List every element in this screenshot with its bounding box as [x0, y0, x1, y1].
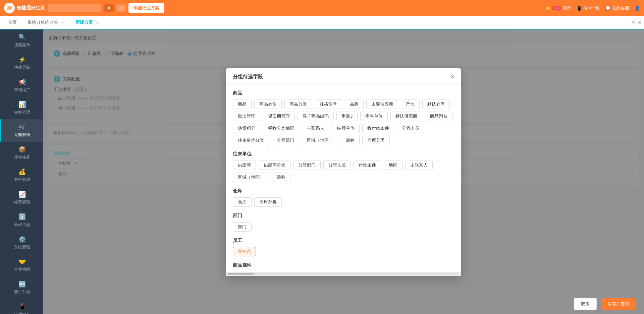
tag-salesperson[interactable]: 业务员 — [233, 247, 256, 256]
purchase-icon: 🛒 — [18, 123, 26, 131]
section-product-attr: 商品属性 属性 颜色 多规格 尺码 鞋码 1 — [233, 262, 454, 272]
tag-goods-alias[interactable]: 商品别名 — [425, 112, 452, 121]
tab-purchase-stats-label: 采购订单统计表 — [28, 19, 58, 25]
tag-supplier[interactable]: 供应商 — [233, 161, 256, 170]
tag-partner-category[interactable]: 往来单位分类 — [233, 136, 269, 145]
tag-dept-mgmt[interactable]: 分管部门 — [272, 136, 299, 145]
quicknav-icon: ⚡ — [18, 56, 26, 63]
tag-main-contact-partner[interactable]: 主联系人 — [405, 161, 433, 170]
sidebar-item-marketing[interactable]: 📢 营销推广 — [0, 74, 43, 97]
tag-batch-mgmt[interactable]: 批次管理 — [233, 112, 260, 121]
dialog-horizontal-scrollbar[interactable] — [226, 272, 461, 276]
sidebar-item-quicknav[interactable]: ⚡ 快捷导航 — [0, 52, 43, 74]
tag-expiry-mgmt[interactable]: 保质期管理 — [263, 112, 295, 121]
tag-tax-code[interactable]: 税收分类编码 — [263, 124, 299, 133]
operations-icon: 📈 — [18, 191, 26, 198]
sidebar-inventory-label: 库存核算 — [14, 154, 30, 160]
gear-button[interactable]: ⚙ — [116, 4, 126, 12]
tag-area-partner[interactable]: 区域（地区） — [233, 173, 269, 182]
tag-default-supplier[interactable]: 默认供应商 — [390, 112, 422, 121]
cancel-button[interactable]: 取消 — [574, 298, 597, 310]
sidebar-item-collab[interactable]: 🤝 企业协同 — [0, 254, 43, 276]
sidebar-item-sales[interactable]: 📊 销售管理 — [0, 97, 43, 119]
tag-default-warehouse[interactable]: 默认仓库 — [422, 100, 450, 109]
save-query-button[interactable]: 保存并查询 — [601, 298, 636, 310]
sidebar-item-search[interactable]: 🔍 搜索菜单 — [0, 29, 43, 52]
tag-retail-unit[interactable]: 零售单位 — [360, 112, 388, 121]
tag-settlement-unit[interactable]: 结算单位 — [332, 124, 360, 133]
sidebar-newbie-label: 新手引导 — [14, 289, 30, 295]
tag-goods-type[interactable]: 商品类型 — [254, 100, 282, 109]
search-button[interactable]: ▼ — [104, 4, 114, 12]
tag-supervisor[interactable]: 分管人员 — [397, 124, 424, 133]
dialog-header: 分组待选字段 × — [226, 68, 461, 85]
sidebar-item-finance[interactable]: 💰 资金管理 — [0, 164, 43, 187]
section-department: 部门 部门 — [233, 213, 454, 232]
tab-new-scheme[interactable]: 新建方案 × — [70, 16, 105, 29]
section-employee-title: 员工 — [233, 238, 454, 244]
tag-supplier-category[interactable]: 供应商分类 — [259, 161, 290, 170]
sidebar-item-basic[interactable]: ℹ️ 基础信息 — [0, 209, 43, 232]
sidebar-item-appcenter[interactable]: 📱 应用中心 — [0, 299, 43, 314]
finance-icon: 💰 — [18, 168, 26, 176]
tag-warehouse-category-goods[interactable]: 仓库分类 — [362, 136, 390, 145]
section-employee-tags: 业务员 — [233, 247, 454, 256]
tag-payment-partner[interactable]: 付款条件 — [354, 161, 381, 170]
trial-button[interactable]: 体验行业方案 — [128, 3, 164, 13]
tag-warehouse[interactable]: 仓库 — [233, 197, 252, 207]
tag-customer-code[interactable]: 客户商品编码 — [298, 112, 334, 121]
dialog-body[interactable]: 商品 商品 商品类型 商品分类 规格型号 品牌 主要供应商 产地 默认仓库 批次… — [226, 85, 461, 272]
app-download-item[interactable]: 📱 App下载 — [577, 5, 600, 11]
newbie-icon: 🆕 — [18, 280, 26, 288]
tab-purchase-stats[interactable]: 采购订单统计表 × — [22, 16, 70, 29]
tag-goods-category[interactable]: 商品分类 — [284, 100, 312, 109]
dialog-title: 分组待选字段 — [233, 74, 263, 80]
tag-short-name-partner[interactable]: 简称 — [272, 173, 290, 182]
tag-dept-partner[interactable]: 分管部门 — [293, 161, 321, 170]
sidebar-purchase-label: 采购管理 — [14, 132, 30, 138]
tab-home[interactable]: 首页 — [3, 16, 22, 29]
tag-supervisor-partner[interactable]: 分管人员 — [323, 161, 351, 170]
notification-item[interactable]: 🔔 99+ 消息 — [545, 5, 571, 11]
tab-purchase-stats-close[interactable]: × — [60, 20, 65, 25]
tab-collapse-icon[interactable]: ✕ — [638, 20, 641, 25]
tag-region-partner[interactable]: 地区 — [384, 161, 402, 170]
section-goods-title: 商品 — [233, 90, 454, 96]
tag-short-name-goods[interactable]: 简称 — [341, 136, 360, 145]
search-icon: 🔍 — [18, 34, 26, 41]
tag-main-contact[interactable]: 主联系人 — [302, 124, 329, 133]
tag-payment-terms[interactable]: 收付款条件 — [362, 124, 394, 133]
scrollbar-thumb — [227, 273, 254, 275]
app-name: 畅捷通好生意 — [17, 5, 45, 11]
sidebar-basic-label: 基础信息 — [14, 222, 30, 228]
top-search-input[interactable] — [48, 4, 101, 12]
tag-goods-brand[interactable]: 品牌 — [345, 100, 364, 109]
sidebar-collab-label: 企业协同 — [14, 267, 30, 272]
dialog-close-button[interactable]: × — [450, 73, 454, 80]
avatar-icon: 👤 — [635, 6, 640, 11]
tag-department[interactable]: 部门 — [233, 222, 252, 232]
sidebar-item-newbie[interactable]: 🆕 新手引导 — [0, 276, 43, 299]
tag-goods-spec[interactable]: 规格型号 — [315, 100, 342, 109]
sidebar-item-operations[interactable]: 📈 经营管理 — [0, 187, 43, 209]
logo-icon: 好 — [4, 3, 15, 13]
tag-pick-points[interactable]: 拣货积分 — [233, 124, 260, 133]
basic-icon: ℹ️ — [18, 213, 26, 221]
sidebar-item-purchase[interactable]: 🛒 采购管理 — [0, 119, 43, 142]
tag-region-goods[interactable]: 区域（地区） — [302, 136, 338, 145]
tag-weight[interactable]: 重量3 — [336, 112, 358, 121]
sidebar-item-inventory[interactable]: 📦 库存核算 — [0, 142, 43, 164]
sidebar-item-system[interactable]: ⚙️ 系统管理 — [0, 232, 43, 254]
section-department-title: 部门 — [233, 213, 454, 219]
tab-new-scheme-close[interactable]: × — [95, 20, 100, 25]
tag-goods-main-supplier[interactable]: 主要供应商 — [366, 100, 398, 109]
online-service-item[interactable]: 💬 在线客服 — [605, 5, 629, 11]
section-goods: 商品 商品 商品类型 商品分类 规格型号 品牌 主要供应商 产地 默认仓库 批次… — [233, 90, 454, 145]
tag-warehouse-category[interactable]: 仓库分类 — [254, 197, 282, 207]
user-avatar[interactable]: 👤 — [635, 6, 640, 11]
tab-expand-icon[interactable]: ⊕ — [631, 20, 635, 25]
tag-goods-name[interactable]: 商品 — [233, 100, 252, 109]
collab-icon: 🤝 — [18, 258, 26, 265]
top-bar: 好 畅捷通好生意 ▼ ⚙ 体验行业方案 🔔 99+ 消息 📱 App下载 💬 在… — [0, 0, 644, 16]
tag-goods-origin[interactable]: 产地 — [401, 100, 420, 109]
